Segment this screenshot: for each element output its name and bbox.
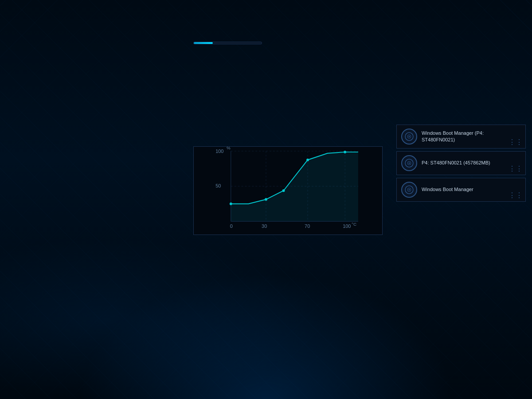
drag-handle-1[interactable]: ⋮⋮ bbox=[509, 138, 523, 146]
svg-point-18 bbox=[230, 203, 232, 205]
boot-item-3-text: Windows Boot Manager bbox=[422, 186, 521, 193]
svg-point-34 bbox=[409, 163, 410, 164]
boot-item-1[interactable]: Windows Boot Manager (P4:ST480FN0021) ⋮⋮ bbox=[396, 125, 526, 149]
svg-point-31 bbox=[409, 136, 410, 137]
svg-text:0: 0 bbox=[230, 223, 233, 229]
main-container: UEFI BIOS Utility – EZ Mode 11/02/2117 T… bbox=[0, 0, 532, 399]
svg-point-21 bbox=[306, 159, 309, 161]
svg-text:30: 30 bbox=[262, 223, 267, 229]
cpu-temp-bar-track bbox=[193, 42, 262, 44]
svg-point-37 bbox=[409, 189, 410, 191]
svg-point-20 bbox=[282, 189, 285, 192]
svg-text:%: % bbox=[227, 147, 231, 150]
svg-text:°C: °C bbox=[352, 222, 356, 227]
drag-handle-2[interactable]: ⋮⋮ bbox=[509, 164, 523, 173]
svg-text:100: 100 bbox=[343, 223, 351, 229]
cpu-fan-chart-svg: 100 50 % 0 30 70 100 °C bbox=[194, 147, 382, 235]
boot-item-2-icon bbox=[401, 155, 417, 171]
svg-point-19 bbox=[265, 198, 267, 201]
boot-item-2[interactable]: P4: ST480FN0021 (457862MB) ⋮⋮ bbox=[396, 151, 526, 175]
cpu-temp-bar-fill bbox=[194, 42, 213, 44]
drag-handle-3[interactable]: ⋮⋮ bbox=[509, 191, 523, 200]
svg-text:70: 70 bbox=[305, 223, 310, 229]
svg-text:100: 100 bbox=[215, 149, 223, 154]
cpu-fan-chart-area: 100 50 % 0 30 70 100 °C bbox=[193, 146, 383, 235]
boot-items-list: Windows Boot Manager (P4:ST480FN0021) ⋮⋮… bbox=[396, 125, 526, 204]
boot-item-1-text: Windows Boot Manager (P4:ST480FN0021) bbox=[422, 130, 521, 144]
boot-item-1-icon bbox=[401, 129, 417, 145]
boot-item-3-icon bbox=[401, 182, 417, 198]
svg-point-22 bbox=[344, 151, 346, 153]
boot-item-3[interactable]: Windows Boot Manager ⋮⋮ bbox=[396, 178, 526, 202]
svg-text:50: 50 bbox=[215, 183, 221, 188]
boot-item-2-text: P4: ST480FN0021 (457862MB) bbox=[422, 160, 521, 166]
